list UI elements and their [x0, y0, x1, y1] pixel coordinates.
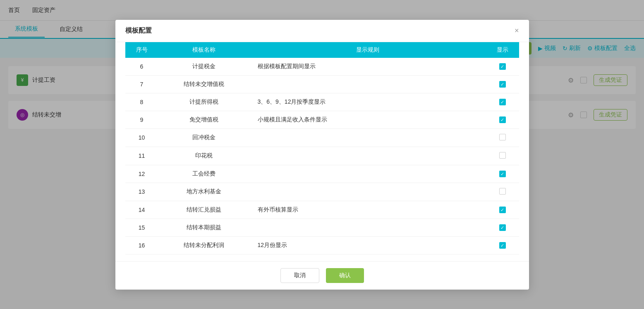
table-row: 9免交增值税小规模且满足收入条件显示✓ [125, 111, 519, 128]
checkbox-unchecked-icon[interactable] [499, 134, 506, 140]
table-body: 6计提税金根据模板配置期间显示✓7结转未交增值税✓8计提所得税3、6、9、12月… [125, 58, 519, 254]
cell-no: 7 [125, 75, 158, 93]
cell-name: 结转未交增值税 [158, 75, 249, 93]
checkbox-checked-icon[interactable]: ✓ [499, 63, 506, 70]
table-row: 8计提所得税3、6、9、12月按季度显示✓ [125, 93, 519, 111]
cell-name: 计提所得税 [158, 93, 249, 111]
table-row: 10回冲税金 [125, 128, 519, 147]
cell-rule: 12月份显示 [249, 236, 486, 254]
col-display: 显示 [486, 42, 519, 58]
col-name: 模板名称 [158, 42, 249, 58]
cell-checkbox[interactable]: ✓ [486, 58, 519, 76]
cell-rule [249, 147, 486, 165]
cell-rule [249, 183, 486, 201]
cell-checkbox[interactable] [486, 147, 519, 165]
col-no: 序号 [125, 42, 158, 58]
cell-no: 13 [125, 183, 158, 201]
cell-rule: 小规模且满足收入条件显示 [249, 111, 486, 128]
table-header: 序号 模板名称 显示规则 显示 [125, 42, 519, 58]
modal-header: 模板配置 × [115, 20, 529, 42]
cell-name: 回冲税金 [158, 128, 249, 147]
table-row: 15结转本期损益✓ [125, 219, 519, 236]
table-row: 11印花税 [125, 147, 519, 165]
cell-rule [249, 219, 486, 236]
cell-checkbox[interactable] [486, 128, 519, 147]
modal-title: 模板配置 [125, 26, 152, 35]
table-row: 16结转未分配利润12月份显示✓ [125, 236, 519, 254]
cell-rule [249, 128, 486, 147]
checkbox-checked-icon[interactable]: ✓ [499, 81, 506, 88]
table-scroll[interactable]: 序号 模板名称 显示规则 显示 6计提税金根据模板配置期间显示✓7结转未交增值税… [125, 42, 519, 254]
col-rule: 显示规则 [249, 42, 486, 58]
modal-close-button[interactable]: × [515, 27, 519, 34]
cell-checkbox[interactable]: ✓ [486, 111, 519, 128]
cell-checkbox[interactable]: ✓ [486, 165, 519, 183]
table-row: 7结转未交增值税✓ [125, 75, 519, 93]
checkbox-unchecked-icon[interactable] [499, 188, 506, 195]
cell-name: 结转本期损益 [158, 219, 249, 236]
cell-rule [249, 165, 486, 183]
confirm-button[interactable]: 确认 [326, 268, 364, 283]
modal-body: 序号 模板名称 显示规则 显示 6计提税金根据模板配置期间显示✓7结转未交增值税… [115, 42, 529, 261]
modal-overlay: 模板配置 × 序号 模板名称 显示规则 显示 6计提税金根据模板配置期间显 [0, 0, 644, 309]
cell-no: 8 [125, 93, 158, 111]
cell-no: 10 [125, 128, 158, 147]
checkbox-checked-icon[interactable]: ✓ [499, 224, 506, 231]
cell-checkbox[interactable]: ✓ [486, 75, 519, 93]
cell-name: 结转汇兑损益 [158, 201, 249, 219]
cell-checkbox[interactable]: ✓ [486, 236, 519, 254]
cell-checkbox[interactable]: ✓ [486, 93, 519, 111]
cell-name: 地方水利基金 [158, 183, 249, 201]
checkbox-checked-icon[interactable]: ✓ [499, 207, 506, 213]
cell-checkbox[interactable] [486, 183, 519, 201]
cell-rule: 根据模板配置期间显示 [249, 58, 486, 76]
cell-rule: 有外币核算显示 [249, 201, 486, 219]
cell-no: 9 [125, 111, 158, 128]
template-config-modal: 模板配置 × 序号 模板名称 显示规则 显示 6计提税金根据模板配置期间显 [115, 20, 529, 290]
cell-name: 印花税 [158, 147, 249, 165]
checkbox-checked-icon[interactable]: ✓ [499, 242, 506, 249]
cell-name: 工会经费 [158, 165, 249, 183]
checkbox-unchecked-icon[interactable] [499, 152, 506, 159]
table-row: 13地方水利基金 [125, 183, 519, 201]
cell-no: 15 [125, 219, 158, 236]
cell-no: 11 [125, 147, 158, 165]
checkbox-checked-icon[interactable]: ✓ [499, 116, 506, 123]
cell-name: 免交增值税 [158, 111, 249, 128]
checkbox-checked-icon[interactable]: ✓ [499, 99, 506, 105]
table-row: 14结转汇兑损益有外币核算显示✓ [125, 201, 519, 219]
cell-no: 12 [125, 165, 158, 183]
cell-rule [249, 75, 486, 93]
cell-checkbox[interactable]: ✓ [486, 219, 519, 236]
cell-checkbox[interactable]: ✓ [486, 201, 519, 219]
checkbox-checked-icon[interactable]: ✓ [499, 171, 506, 177]
table-row: 12工会经费✓ [125, 165, 519, 183]
cell-no: 16 [125, 236, 158, 254]
cell-name: 计提税金 [158, 58, 249, 76]
cell-name: 结转未分配利润 [158, 236, 249, 254]
cell-rule: 3、6、9、12月按季度显示 [249, 93, 486, 111]
cell-no: 14 [125, 201, 158, 219]
cancel-button[interactable]: 取消 [280, 268, 319, 283]
config-table: 序号 模板名称 显示规则 显示 6计提税金根据模板配置期间显示✓7结转未交增值税… [125, 42, 519, 254]
table-row: 6计提税金根据模板配置期间显示✓ [125, 58, 519, 76]
modal-footer: 取消 确认 [115, 261, 529, 290]
cell-no: 6 [125, 58, 158, 76]
